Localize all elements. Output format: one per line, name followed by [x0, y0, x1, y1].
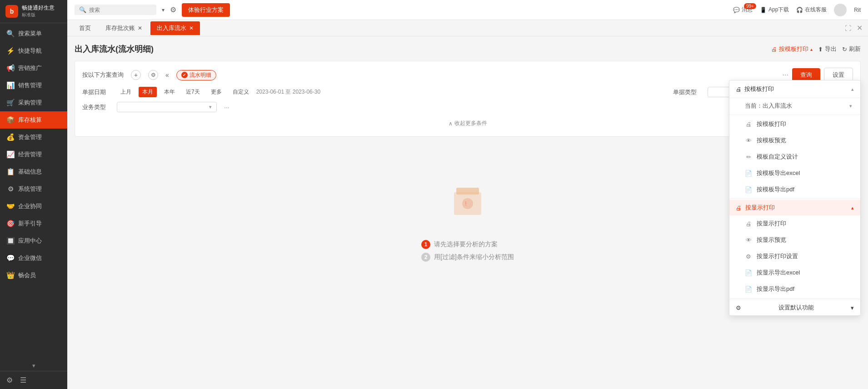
topbar-dropdown-arrow[interactable]: ▾: [162, 7, 165, 13]
dropdown-item-template-custom[interactable]: ✏ 模板自定义设计: [729, 149, 860, 165]
tab-home[interactable]: 首页: [73, 21, 97, 35]
message-badge: 99+: [744, 3, 756, 9]
dropdown-divider-3: [729, 298, 860, 299]
tab-batch-close[interactable]: ✕: [138, 25, 142, 31]
display-section-title: 🖨 按显示打印: [736, 204, 775, 212]
tab-batch-label: 库存批次账: [105, 24, 135, 32]
dropdown-item-template-pdf[interactable]: 📄 按模板导出pdf: [729, 181, 860, 198]
sidebar-item-sales[interactable]: 📊 销售管理: [0, 77, 67, 94]
sidebar-item-inventory-label: 库存核算: [18, 116, 42, 124]
display-pdf-label: 按显示导出pdf: [757, 285, 794, 293]
dropdown-footer[interactable]: ⚙ 设置默认功能 ▾: [729, 299, 860, 315]
tab-flow-close[interactable]: ✕: [189, 25, 194, 31]
sidebar-item-basic-label: 基础信息: [18, 168, 42, 176]
dropdown-chevron-icon[interactable]: ▴: [851, 86, 854, 92]
tab-maximize-icon[interactable]: ⛶: [845, 25, 851, 32]
app-icon: 📱: [760, 7, 767, 13]
filter-label-prompt: 按以下方案查询: [82, 71, 124, 79]
tab-flow[interactable]: 出入库流水 ✕: [150, 21, 200, 35]
display-printer-icon: 🖨: [736, 204, 742, 211]
filter-add-button[interactable]: +: [131, 70, 141, 80]
preview-icon-item: 👁: [745, 137, 752, 144]
dropdown-header: 🖨 按模板打印 ▴: [729, 80, 860, 98]
more-actions-icon[interactable]: ···: [783, 71, 788, 79]
sidebar-item-collab-label: 企业协同: [18, 202, 42, 210]
sidebar-item-operations[interactable]: 📈 经营管理: [0, 146, 67, 163]
date-btn-custom[interactable]: 自定义: [229, 87, 253, 97]
sidebar-item-marketing-label: 营销推广: [18, 64, 42, 72]
tab-batch[interactable]: 库存批次账 ✕: [99, 21, 149, 35]
sidebar-item-finance-label: 资金管理: [18, 133, 42, 141]
sidebar-item-collab[interactable]: 🤝 企业协同: [0, 198, 67, 215]
search-icon: 🔍: [79, 6, 86, 13]
sidebar-item-apps[interactable]: 🔲 应用中心: [0, 232, 67, 249]
wechat-icon: 💬: [6, 254, 15, 262]
topbar-gear-icon[interactable]: ⚙: [170, 5, 176, 14]
app-download-button[interactable]: 📱 App下载: [760, 6, 789, 14]
guide-icon: 🎯: [6, 219, 15, 228]
sidebar-item-basic[interactable]: 📋 基础信息: [0, 163, 67, 180]
sidebar-nav: 🔍 搜索菜单 ⚡ 快捷导航 📢 营销推广 📊 销售管理 🛒 采购管理 📦 库存核…: [0, 23, 67, 360]
display-section-header[interactable]: 🖨 按显示打印 ▴: [729, 200, 860, 215]
sidebar-item-inventory[interactable]: 📦 库存核算: [0, 111, 67, 129]
sidebar-item-purchase[interactable]: 🛒 采购管理: [0, 94, 67, 111]
tab-close-all-icon[interactable]: ✕: [857, 24, 863, 32]
dropdown-item-display-pdf[interactable]: 📄 按显示导出pdf: [729, 281, 860, 297]
collab-icon: 🤝: [6, 202, 15, 210]
display-settings-label: 按显示打印设置: [757, 252, 798, 260]
trial-button[interactable]: 体验行业方案: [182, 3, 230, 17]
sidebar-item-wechat[interactable]: 💬 企业微信: [0, 249, 67, 267]
service-button[interactable]: 🎧 在线客服: [796, 6, 827, 14]
system-icon: ⚙: [6, 185, 15, 193]
sidebar-scroll-down[interactable]: ▾: [0, 360, 67, 371]
date-btn-this-year[interactable]: 本年: [160, 87, 179, 97]
dropdown-item-display-excel[interactable]: 📄 按显示导出excel: [729, 264, 860, 281]
dropdown-item-display-settings[interactable]: ⚙ 按显示打印设置: [729, 248, 860, 264]
sidebar-item-marketing[interactable]: 📢 营销推广: [0, 60, 67, 77]
dropdown-item-template-preview[interactable]: 👁 按模板预览: [729, 132, 860, 149]
settings-bottom-icon[interactable]: ⚙: [6, 376, 13, 384]
date-btn-more[interactable]: 更多: [207, 87, 225, 97]
page-header: 出入库流水(流水明细) 🖨 按模板打印 ▴ ⬆ 导出 ↻ 刷新: [75, 44, 861, 55]
date-btn-last-month[interactable]: 上月: [117, 87, 135, 97]
sidebar-item-finance[interactable]: 💰 资金管理: [0, 129, 67, 146]
dropdown-item-template-print[interactable]: 🖨 按模板打印: [729, 116, 860, 132]
date-btn-7days[interactable]: 近7天: [182, 87, 204, 97]
display-section-chevron-icon: ▴: [851, 205, 854, 211]
export-button[interactable]: ⬆ 导出: [818, 45, 837, 53]
excel-icon-item: 📄: [745, 170, 752, 177]
username-label: Rit: [854, 7, 861, 13]
sidebar-item-system[interactable]: ⚙ 系统管理: [0, 180, 67, 198]
display-print-label: 按显示打印: [757, 219, 786, 228]
message-button[interactable]: 💬 消息 99+: [733, 6, 753, 14]
print-template-button[interactable]: 🖨 按模板打印 ▴: [771, 45, 813, 53]
apps-icon: 🔲: [6, 237, 15, 245]
biz-more-icon[interactable]: ···: [224, 104, 229, 111]
sidebar-item-guide-label: 新手引导: [18, 219, 42, 228]
date-btn-this-month[interactable]: 本月: [139, 87, 157, 97]
dropdown-current-item[interactable]: 当前：出入库流水 ▾: [729, 98, 860, 114]
filter-setting-button[interactable]: ⚙: [148, 70, 158, 80]
dropdown-item-display-preview[interactable]: 👁 按显示预览: [729, 232, 860, 248]
scheme-icon: ✔: [181, 72, 188, 78]
sidebar-item-member[interactable]: 👑 畅会员: [0, 267, 67, 284]
scheme-tag[interactable]: ✔ 流水明细: [176, 70, 216, 80]
dropdown-item-template-excel[interactable]: 📄 按模板导出excel: [729, 165, 860, 181]
dropdown-item-display-print[interactable]: 🖨 按显示打印: [729, 215, 860, 232]
filter-collapse-button[interactable]: «: [165, 71, 169, 79]
date-range-display: 2023-06-01 至 2023-06-30: [256, 88, 320, 96]
search-input[interactable]: [89, 7, 144, 13]
refresh-button[interactable]: ↻ 刷新: [842, 45, 861, 53]
sidebar-item-search[interactable]: 🔍 搜索菜单: [0, 25, 67, 42]
operations-icon: 📈: [6, 150, 15, 159]
topbar-search-box[interactable]: 🔍: [75, 5, 156, 15]
menu-toggle-icon[interactable]: ☰: [20, 376, 26, 384]
sidebar-item-guide[interactable]: 🎯 新手引导: [0, 215, 67, 232]
user-avatar[interactable]: [834, 4, 847, 16]
dropdown-current-text: 当前：出入库流水: [745, 102, 792, 110]
sidebar-item-purchase-label: 采购管理: [18, 99, 42, 107]
biz-type-select[interactable]: ▾: [117, 102, 217, 112]
page-content: 出入库流水(流水明细) 🖨 按模板打印 ▴ ⬆ 导出 ↻ 刷新: [67, 36, 868, 389]
sidebar-item-shortcuts[interactable]: ⚡ 快捷导航: [0, 42, 67, 60]
display-excel-icon: 📄: [745, 269, 752, 276]
